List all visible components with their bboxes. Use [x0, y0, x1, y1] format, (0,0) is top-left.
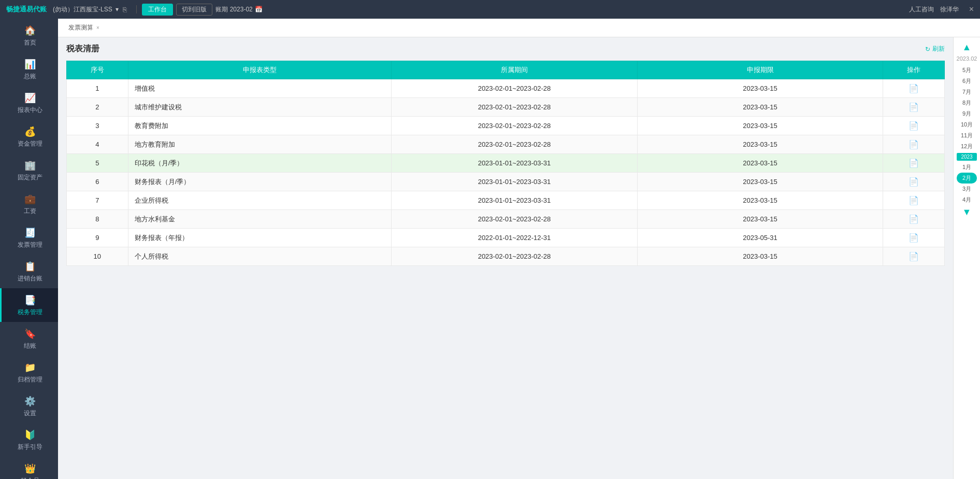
- doc-icon[interactable]: 📄: [909, 177, 919, 186]
- switch-old-button[interactable]: 切到旧版: [176, 4, 212, 16]
- row-operation[interactable]: 📄: [883, 210, 945, 229]
- row-type: 地方水利基金: [128, 210, 392, 229]
- row-index: 5: [67, 154, 128, 173]
- sidebar-item-input-output[interactable]: 📋 进销台账: [0, 255, 58, 288]
- sidebar-item-tax[interactable]: 📑 税务管理: [0, 288, 58, 322]
- sidebar-item-ledger[interactable]: 📊 总账: [0, 52, 58, 86]
- company-name: (勿动）江西服宝-LSS: [53, 5, 112, 14]
- row-deadline: 2023-03-15: [637, 135, 883, 154]
- sidebar-item-home[interactable]: 🏠 首页: [0, 19, 58, 52]
- row-operation[interactable]: 📄: [883, 98, 945, 117]
- month-item[interactable]: 1月: [957, 162, 977, 173]
- doc-icon[interactable]: 📄: [909, 215, 919, 223]
- top-close-button[interactable]: ×: [969, 5, 974, 14]
- doc-icon[interactable]: 📄: [909, 196, 919, 205]
- month-item[interactable]: 12月: [957, 141, 977, 152]
- month-item[interactable]: 7月: [957, 87, 977, 97]
- row-type: 财务报表（月/季）: [128, 173, 392, 191]
- row-operation[interactable]: 📄: [883, 229, 945, 247]
- doc-icon[interactable]: 📄: [909, 159, 919, 167]
- user-name[interactable]: 徐泽华: [940, 5, 959, 14]
- row-operation[interactable]: 📄: [883, 247, 945, 266]
- tab-invoice-check[interactable]: 发票测算×: [62, 20, 118, 35]
- row-index: 1: [67, 79, 128, 98]
- sidebar-label-invoice-mgr: 发票管理: [18, 241, 42, 249]
- sidebar-item-settlement[interactable]: 🔖 结账: [0, 322, 58, 356]
- sidebar-label-archive: 归档管理: [18, 375, 42, 384]
- member-icon: 👑: [24, 463, 36, 474]
- tax-icon: 📑: [24, 294, 36, 306]
- table-row: 8地方水利基金2023-02-01~2023-02-282023-03-15📄: [67, 210, 945, 229]
- row-deadline: 2023-03-15: [637, 154, 883, 173]
- doc-icon[interactable]: 📄: [909, 252, 919, 261]
- doc-icon[interactable]: 📄: [909, 84, 919, 93]
- calendar-icon[interactable]: 📅: [255, 6, 263, 13]
- month-item[interactable]: 2月: [957, 173, 977, 184]
- row-operation[interactable]: 📄: [883, 79, 945, 98]
- table-row: 5印花税（月/季）2023-01-01~2023-03-312023-03-15…: [67, 154, 945, 173]
- workbench-button[interactable]: 工作台: [142, 4, 173, 16]
- row-deadline: 2023-05-31: [637, 229, 883, 247]
- tab-label-invoice-check: 发票测算: [68, 23, 93, 32]
- sidebar-item-settings[interactable]: ⚙️ 设置: [0, 389, 58, 423]
- home-icon: 🏠: [24, 25, 36, 36]
- row-period: 2023-02-01~2023-02-28: [392, 79, 638, 98]
- table-row: 9财务报表（年报）2022-01-01~2022-12-312023-05-31…: [67, 229, 945, 247]
- top-bar-right: 人工咨询 徐泽华 ×: [909, 5, 974, 14]
- fund-icon: 💰: [24, 126, 36, 137]
- month-item[interactable]: 4月: [957, 194, 977, 205]
- row-operation[interactable]: 📄: [883, 135, 945, 154]
- row-period: 2023-01-01~2023-03-31: [392, 154, 638, 173]
- table-row: 1增值税2023-02-01~2023-02-282023-03-15📄: [67, 79, 945, 98]
- support-button[interactable]: 人工咨询: [909, 5, 934, 14]
- dropdown-icon[interactable]: ▾: [116, 6, 119, 13]
- row-deadline: 2023-03-15: [637, 210, 883, 229]
- sidebar-label-salary: 工资: [24, 207, 36, 216]
- month-item[interactable]: 6月: [957, 76, 977, 87]
- salary-icon: 💼: [24, 193, 36, 205]
- sidebar-item-archive[interactable]: 📁 归档管理: [0, 356, 58, 389]
- copy-icon[interactable]: ⎘: [123, 6, 127, 13]
- month-item[interactable]: 11月: [957, 130, 977, 141]
- asset-icon: 🏢: [24, 160, 36, 171]
- doc-icon[interactable]: 📄: [909, 233, 919, 242]
- row-deadline: 2023-03-15: [637, 79, 883, 98]
- settings-icon: ⚙️: [24, 396, 36, 407]
- guide-icon: 🔰: [24, 429, 36, 441]
- sidebar-item-report[interactable]: 📈 报表中心: [0, 86, 58, 120]
- col-header-2: 所属期间: [392, 61, 638, 79]
- company-selector[interactable]: (勿动）江西服宝-LSS ▾: [53, 5, 119, 14]
- doc-icon[interactable]: 📄: [909, 140, 919, 149]
- divider-1: [136, 5, 137, 13]
- sidebar-item-asset[interactable]: 🏢 固定资产: [0, 153, 58, 187]
- month-item[interactable]: 8月: [957, 97, 977, 108]
- year-badge-2023: 2023: [957, 153, 977, 161]
- scroll-up-button[interactable]: ▲: [961, 40, 973, 54]
- month-item[interactable]: 5月: [957, 65, 977, 76]
- sidebar-label-asset: 固定资产: [18, 173, 42, 182]
- row-operation[interactable]: 📄: [883, 191, 945, 210]
- input-output-icon: 📋: [24, 261, 36, 272]
- month-item[interactable]: 10月: [957, 119, 977, 130]
- row-index: 9: [67, 229, 128, 247]
- table-row: 2城市维护建设税2023-02-01~2023-02-282023-03-15📄: [67, 98, 945, 117]
- refresh-label: 刷新: [932, 45, 945, 53]
- sidebar-item-member[interactable]: 👑 畅会员: [0, 457, 58, 479]
- doc-icon[interactable]: 📄: [909, 103, 919, 111]
- sidebar-item-salary[interactable]: 💼 工资: [0, 187, 58, 221]
- month-item[interactable]: 9月: [957, 108, 977, 119]
- refresh-button[interactable]: ↻ 刷新: [925, 45, 945, 53]
- period-value: 2023-02: [230, 6, 253, 13]
- row-operation[interactable]: 📄: [883, 117, 945, 135]
- row-deadline: 2023-03-15: [637, 98, 883, 117]
- row-operation[interactable]: 📄: [883, 154, 945, 173]
- row-operation[interactable]: 📄: [883, 173, 945, 191]
- scroll-down-button[interactable]: ▼: [961, 205, 973, 219]
- sidebar-item-fund[interactable]: 💰 资金管理: [0, 120, 58, 153]
- month-item[interactable]: 3月: [957, 184, 977, 194]
- sidebar-item-invoice-mgr[interactable]: 🧾 发票管理: [0, 221, 58, 255]
- doc-icon[interactable]: 📄: [909, 121, 919, 130]
- row-index: 3: [67, 117, 128, 135]
- sidebar-item-guide[interactable]: 🔰 新手引导: [0, 423, 58, 457]
- tab-close-invoice-check[interactable]: ×: [96, 25, 99, 31]
